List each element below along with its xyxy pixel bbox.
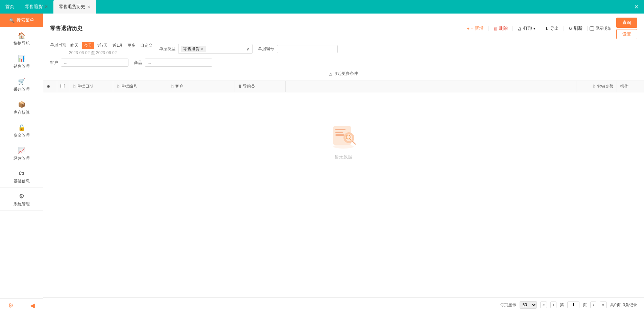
next-page-button[interactable]: › [590, 302, 596, 308]
sidebar-item-operations-mgmt[interactable]: 📈 经营管理 [0, 142, 43, 165]
divider-1 [488, 26, 488, 31]
date-option-yesterday[interactable]: 昨天 [69, 42, 80, 49]
print-button[interactable]: 🖨 打印 ▾ [515, 24, 538, 33]
last-page-button[interactable]: » [600, 302, 607, 308]
sidebar-search[interactable]: 🔍 搜索菜单 [0, 14, 43, 27]
query-setting-group: 查询 设置 [616, 18, 637, 39]
th-amount[interactable]: ⇅ 实销金额 [576, 81, 617, 92]
sidebar-item-purchase-mgmt[interactable]: 🛒 采购管理 [0, 73, 43, 96]
quick-nav-icon: 🏠 [18, 32, 25, 39]
bill-type-dropdown-icon: ∨ [246, 46, 249, 51]
th-customer[interactable]: ⇅ 客户 [167, 81, 235, 92]
bill-no-filter-group: 单据编号 [258, 45, 338, 53]
page-title: 零售退货历史 [50, 25, 82, 32]
date-option-7days[interactable]: 近7天 [96, 42, 109, 49]
th-checkbox[interactable] [57, 81, 69, 92]
th-date[interactable]: ⇅ 单据日期 [69, 81, 113, 92]
sidebar-item-system-mgmt-label: 系统管理 [14, 201, 30, 207]
goods-filter-group: 商品 [134, 59, 212, 67]
tab-retail-return-close[interactable]: ✕ [45, 4, 48, 9]
tab-retail-return[interactable]: 零售退货 ✕ [20, 0, 53, 14]
setting-button[interactable]: 设置 [616, 29, 637, 39]
toolbar-buttons: + + 新增 🗑 删除 🖨 打印 ▾ [464, 18, 637, 39]
date-filter-label: 单据日期 [50, 42, 66, 48]
window-close-button[interactable]: ✕ [634, 4, 644, 10]
svg-rect-4 [335, 134, 344, 136]
goods-input[interactable] [145, 59, 212, 67]
query-button[interactable]: 查询 [616, 18, 637, 28]
divider-3 [540, 26, 540, 31]
prev-page-button[interactable]: ‹ [550, 302, 556, 308]
tab-retail-return-history-label: 零售退货历史 [59, 4, 85, 10]
show-detail-checkbox[interactable] [590, 26, 594, 31]
top-bar: 首页 零售退货 ✕ 零售退货历史 ✕ ✕ [0, 0, 644, 14]
sales-mgmt-icon: 📊 [18, 55, 25, 62]
operations-mgmt-icon: 📈 [18, 147, 25, 154]
date-option-more[interactable]: 更多 [126, 42, 137, 49]
th-date-label: ⇅ 单据日期 [73, 84, 93, 89]
collapse-up-icon: △ [329, 71, 332, 76]
refresh-button[interactable]: ↻ 刷新 [566, 24, 585, 33]
tab-retail-return-label: 零售退货 [25, 4, 43, 10]
settings-icon[interactable]: ⚙ [47, 84, 50, 89]
content-area: 零售退货历史 + + 新增 🗑 删除 🖨 打印 ▾ [43, 14, 644, 312]
bill-type-select[interactable]: 零售退货 ✕ ∨ [178, 44, 253, 54]
svg-rect-2 [335, 129, 345, 130]
collapse-label: 收起更多条件 [334, 71, 358, 76]
th-guide-label: ⇅ 导购员 [238, 84, 255, 89]
collapse-button[interactable]: △ 收起更多条件 [50, 69, 637, 78]
sidebar-item-inventory[interactable]: 📦 库存核算 [0, 96, 43, 119]
sidebar-item-sales-mgmt[interactable]: 📊 销售管理 [0, 50, 43, 73]
empty-state-cell: 暂无数据 [43, 92, 644, 187]
select-all-checkbox[interactable] [61, 84, 65, 88]
show-detail-label: 显示明细 [595, 26, 612, 31]
th-action: 操作 [617, 81, 644, 92]
empty-state-row: 暂无数据 [43, 92, 644, 187]
current-page-input[interactable] [567, 302, 579, 308]
date-option-1month[interactable]: 近1月 [111, 42, 124, 49]
sidebar-item-quick-nav[interactable]: 🏠 快捷导航 [0, 27, 43, 50]
refresh-label: 刷新 [574, 25, 582, 31]
sidebar-item-purchase-mgmt-label: 采购管理 [14, 87, 30, 92]
svg-line-7 [353, 141, 355, 144]
th-bill-no[interactable]: ⇅ 单据编号 [113, 81, 167, 92]
main-layout: 🔍 搜索菜单 🏠 快捷导航 📊 销售管理 🛒 采购管理 📦 库存核算 🔒 [0, 14, 644, 312]
export-button[interactable]: ⬇ 导出 [542, 24, 562, 33]
export-label: 导出 [550, 25, 559, 31]
print-icon: 🖨 [518, 26, 522, 31]
date-options-column: 昨天 今天 近7天 近1月 更多 自定义 2023-06-02 至 2023-0… [69, 42, 154, 56]
tab-home-label: 首页 [5, 4, 14, 10]
sidebar-collapse-icon[interactable]: ◀ [30, 302, 35, 309]
th-settings[interactable]: ⚙ [43, 81, 57, 92]
sidebar-item-basic-info[interactable]: 🗂 基础信息 [0, 165, 43, 188]
page-size-select[interactable]: 20 50 100 [520, 301, 537, 309]
date-filter-group: 单据日期 昨天 今天 近7天 近1月 更多 自定义 2023-06-02 至 2… [50, 42, 154, 56]
date-option-today[interactable]: 今天 [82, 42, 94, 49]
customer-input[interactable] [61, 59, 128, 67]
customer-label: 客户 [50, 60, 58, 66]
sidebar-nav: 🏠 快捷导航 📊 销售管理 🛒 采购管理 📦 库存核算 🔒 资金管理 📈 [0, 27, 43, 298]
sidebar-item-operations-mgmt-label: 经营管理 [14, 156, 30, 161]
page-title-row: 零售退货历史 + + 新增 🗑 删除 🖨 打印 ▾ [43, 14, 644, 42]
show-detail-checkbox-label[interactable]: 显示明细 [590, 26, 612, 31]
th-bill-no-label: ⇅ 单据编号 [117, 84, 137, 89]
tab-home[interactable]: 首页 [0, 0, 20, 14]
print-label: 打印 [523, 25, 532, 31]
add-button[interactable]: + + 新增 [464, 24, 486, 33]
sidebar-item-finance-mgmt[interactable]: 🔒 资金管理 [0, 119, 43, 142]
sidebar-item-system-mgmt[interactable]: ⚙ 系统管理 [0, 188, 43, 211]
sidebar-settings-icon[interactable]: ⚙ [8, 302, 14, 309]
th-guide[interactable]: ⇅ 导购员 [235, 81, 285, 92]
delete-button[interactable]: 🗑 删除 [491, 24, 510, 33]
first-page-button[interactable]: « [540, 302, 547, 308]
tab-retail-return-history[interactable]: 零售退货历史 ✕ [53, 0, 96, 14]
tab-retail-return-history-close[interactable]: ✕ [87, 4, 91, 9]
table-head: ⚙ ⇅ 单据日期 ⇅ 单据编号 ⇅ 客户 [43, 81, 644, 92]
total-info: 共0页, 0条记录 [610, 302, 637, 308]
date-option-custom[interactable]: 自定义 [139, 42, 154, 49]
bill-type-tag-remove[interactable]: ✕ [200, 47, 204, 51]
bill-no-input[interactable] [277, 45, 338, 53]
svg-point-0 [333, 144, 354, 149]
bill-type-tag-label: 零售退货 [183, 46, 199, 52]
sidebar-search-label: 搜索菜单 [17, 17, 34, 23]
